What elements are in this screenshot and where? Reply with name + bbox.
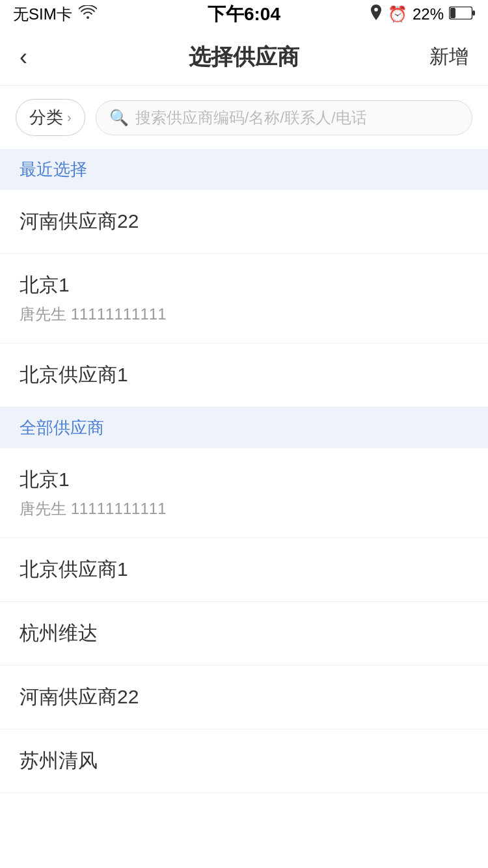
search-icon: 🔍 xyxy=(109,109,129,127)
item-sub: 唐先生 11111111111 xyxy=(20,498,468,519)
status-right: ⏰ 22% xyxy=(370,5,475,24)
category-label: 分类 xyxy=(29,106,63,129)
add-button[interactable]: 新增 xyxy=(429,44,468,70)
filter-bar: 分类 › 🔍 xyxy=(0,86,488,149)
list-item[interactable]: 河南供应商22 xyxy=(0,666,488,729)
wifi-icon xyxy=(79,5,97,23)
item-name: 北京供应商1 xyxy=(20,556,468,583)
all-items-list: 北京1唐先生 11111111111北京供应商1杭州维达河南供应商22苏州清风 xyxy=(0,448,488,793)
all-section-header: 全部供应商 xyxy=(0,407,488,448)
item-name: 北京1 xyxy=(20,467,468,493)
search-box[interactable]: 🔍 xyxy=(96,100,472,135)
item-name: 苏州清风 xyxy=(20,748,468,774)
list-item[interactable]: 北京1唐先生 11111111111 xyxy=(0,448,488,538)
item-name: 北京供应商1 xyxy=(20,362,468,388)
recent-section-label: 最近选择 xyxy=(20,159,87,179)
svg-rect-2 xyxy=(450,8,455,18)
list-item[interactable]: 北京供应商1 xyxy=(0,344,488,407)
recent-items-list: 河南供应商22北京1唐先生 11111111111北京供应商1 xyxy=(0,190,488,407)
list-item[interactable]: 河南供应商22 xyxy=(0,190,488,254)
battery-label: 22% xyxy=(413,5,444,23)
item-name: 河南供应商22 xyxy=(20,208,468,235)
carrier-label: 无SIM卡 xyxy=(13,4,72,25)
back-button[interactable]: ‹ xyxy=(20,44,59,71)
recent-section-header: 最近选择 xyxy=(0,149,488,190)
item-name: 河南供应商22 xyxy=(20,684,468,711)
list-item[interactable]: 苏州清风 xyxy=(0,729,488,793)
location-icon xyxy=(370,5,383,24)
item-sub: 唐先生 11111111111 xyxy=(20,304,468,325)
category-button[interactable]: 分类 › xyxy=(16,99,85,136)
list-item[interactable]: 杭州维达 xyxy=(0,602,488,666)
search-input[interactable] xyxy=(135,109,459,127)
chevron-right-icon: › xyxy=(67,110,72,125)
nav-bar: ‹ 选择供应商 新增 xyxy=(0,29,488,86)
item-name: 北京1 xyxy=(20,272,468,299)
status-bar: 无SIM卡 下午6:04 ⏰ 22% xyxy=(0,0,488,29)
status-time: 下午6:04 xyxy=(208,2,280,27)
list-item[interactable]: 北京供应商1 xyxy=(0,538,488,602)
all-section-label: 全部供应商 xyxy=(20,418,104,437)
svg-rect-1 xyxy=(472,10,475,16)
status-left: 无SIM卡 xyxy=(13,4,97,25)
alarm-icon: ⏰ xyxy=(388,5,407,23)
nav-title: 选择供应商 xyxy=(189,42,299,72)
item-name: 杭州维达 xyxy=(20,620,468,647)
battery-icon xyxy=(449,5,475,23)
list-item[interactable]: 北京1唐先生 11111111111 xyxy=(0,254,488,344)
